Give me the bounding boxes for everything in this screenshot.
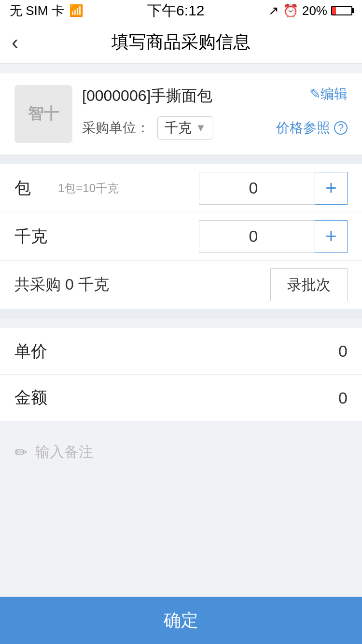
amount-label: 金额 (14, 387, 47, 409)
unit-label: 采购单位： (82, 119, 150, 137)
wifi-icon: 📶 (69, 4, 84, 17)
amount-row: 金额 0 (0, 375, 362, 421)
batch-button[interactable]: 录批次 (270, 268, 348, 301)
info-section: 单价 0 金额 0 (0, 328, 362, 421)
section-separator-1 (0, 154, 362, 164)
status-right: ↗ ⏰ 20% (268, 3, 352, 18)
unit-price-value: 0 (338, 342, 348, 361)
bag-sublabel: 1包=10千克 (58, 181, 119, 196)
bag-input-group: + (199, 172, 348, 205)
alarm-icon: ⏰ (283, 3, 298, 18)
bag-quantity-row: 包 1包=10千克 + (0, 164, 362, 212)
product-info: [0000006]手撕面包 采购单位： 千克 ▼ 价格参照 ? (82, 85, 348, 140)
price-ref-label: 价格参照 (276, 119, 330, 137)
status-bar: 无 SIM 卡 📶 下午6:12 ↗ ⏰ 20% (0, 0, 362, 21)
pencil-icon: ✏ (14, 443, 28, 462)
section-separator-2 (0, 309, 362, 319)
confirm-button-label: 确定 (164, 609, 198, 632)
kg-label: 千克 (14, 225, 53, 248)
kg-plus-button[interactable]: + (315, 220, 348, 253)
sim-label: 无 SIM 卡 (10, 2, 64, 19)
kg-input-group: + (199, 220, 348, 253)
product-thumbnail: 智十 (14, 85, 72, 143)
product-logo: 智十 (28, 103, 59, 125)
status-time: 下午6:12 (147, 1, 204, 21)
location-icon: ↗ (268, 3, 279, 18)
back-button[interactable]: ‹ (12, 31, 18, 54)
note-placeholder: 输入备注 (35, 442, 93, 462)
bag-quantity-input[interactable] (199, 172, 315, 205)
help-icon: ? (334, 121, 348, 135)
edit-link[interactable]: ✎编辑 (309, 85, 348, 103)
product-unit-row: 采购单位： 千克 ▼ 价格参照 ? (82, 116, 348, 140)
quantity-section: 包 1包=10千克 + 千克 + (0, 164, 362, 261)
unit-price-row: 单价 0 (0, 328, 362, 375)
unit-value: 千克 (165, 119, 192, 137)
total-label: 共采购 0 千克 (14, 274, 109, 295)
status-left: 无 SIM 卡 📶 (10, 2, 84, 19)
confirm-bar[interactable]: 确定 (0, 597, 362, 644)
amount-value: 0 (338, 389, 348, 407)
unit-selector[interactable]: 千克 ▼ (157, 116, 213, 140)
kg-quantity-input[interactable] (199, 220, 315, 253)
product-card: 智十 [0000006]手撕面包 采购单位： 千克 ▼ 价格参照 ? ✎编辑 (0, 73, 362, 154)
nav-bar: ‹ 填写商品采购信息 (0, 21, 362, 64)
page-title: 填写商品采购信息 (111, 30, 251, 54)
kg-quantity-row: 千克 + (0, 212, 362, 261)
battery-icon (331, 6, 352, 15)
battery-percent: 20% (302, 3, 327, 18)
price-reference-link[interactable]: 价格参照 ? (276, 119, 348, 137)
unit-price-label: 单价 (14, 340, 47, 363)
total-row: 共采购 0 千克 录批次 (0, 261, 362, 309)
product-name: [0000006]手撕面包 (82, 85, 348, 107)
bag-plus-button[interactable]: + (315, 172, 348, 205)
note-section[interactable]: ✏ 输入备注 (0, 431, 362, 474)
bag-label: 包 (14, 177, 53, 199)
dropdown-arrow-icon: ▼ (195, 122, 206, 134)
